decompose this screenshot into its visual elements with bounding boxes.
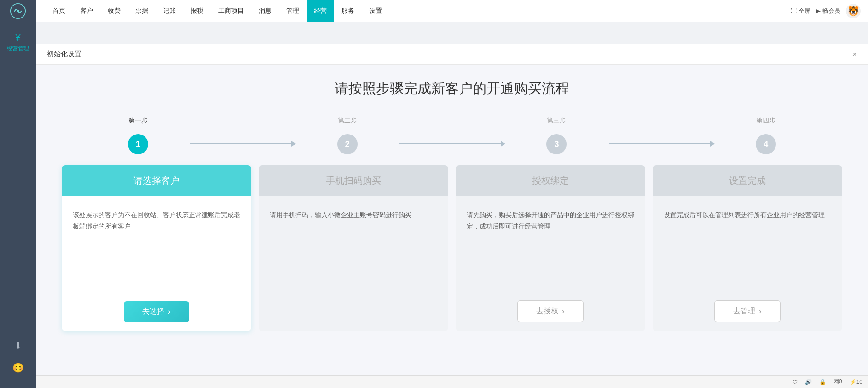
- fullscreen-icon: ⛶: [791, 7, 797, 14]
- status-right: 🛡 🔊 🔒 网0 ⚡10: [792, 378, 862, 386]
- user-avatar[interactable]: 🐯: [846, 4, 861, 18]
- step-card-3: 授权绑定 请先购买，购买后选择开通的产品中的企业用户进行授权绑定，成功后即可进行…: [456, 165, 645, 331]
- step-arrow-3: [609, 143, 713, 144]
- nav-accounting[interactable]: 记账: [156, 0, 183, 22]
- close-button[interactable]: ×: [852, 50, 857, 59]
- sidebar-download[interactable]: ⬇: [12, 335, 24, 357]
- nav-tax[interactable]: 报税: [183, 0, 211, 22]
- status-bar: ▶ 完成 🛡 🔊 🔒 网0 ⚡10: [0, 375, 868, 388]
- card1-header: 请选择客户: [62, 165, 251, 196]
- cards-row: 请选择客户 该处展示的客户为不在回收站、客户状态正常建账后完成老板端绑定的所有客…: [58, 165, 846, 331]
- step1-circle: 1: [128, 134, 148, 154]
- top-navigation: 首页 客户 收费 票据 记账 报税 工商项目 消息 管理 经营 服务 设置 ⛶ …: [0, 0, 868, 22]
- step1-label: 第一步: [128, 117, 148, 125]
- nav-service[interactable]: 服务: [334, 0, 362, 22]
- go-manage-button[interactable]: 去管理 ›: [714, 300, 781, 322]
- battery-icon: ⚡10: [850, 379, 862, 385]
- download-icon: ⬇: [14, 340, 22, 351]
- nav-manage[interactable]: 管理: [279, 0, 307, 22]
- btn4-arrow: ›: [759, 306, 762, 316]
- sidebar-item-operation[interactable]: ¥ 经营管理: [0, 27, 36, 58]
- main-heading: 请按照步骤完成新客户的开通购买流程: [58, 79, 846, 98]
- card2-footer: [259, 313, 448, 331]
- sidebar-support[interactable]: 😊: [12, 357, 24, 379]
- step2-label: 第二步: [338, 117, 357, 125]
- step-node-3: 第三步 3: [504, 117, 609, 154]
- go-auth-button[interactable]: 去授权 ›: [517, 300, 584, 322]
- step-card-1: 请选择客户 该处展示的客户为不在回收站、客户状态正常建账后完成老板端绑定的所有客…: [62, 165, 251, 331]
- card2-header: 手机扫码购买: [259, 165, 448, 196]
- step2-circle: 2: [337, 134, 358, 154]
- step4-label: 第四步: [756, 117, 775, 125]
- step-node-1: 第一步 1: [86, 117, 190, 154]
- nav-home[interactable]: 首页: [45, 0, 73, 22]
- step-card-4: 设置完成 设置完成后可以在管理列表进行所有企业用户的经营管理 去管理 ›: [653, 165, 842, 331]
- go-select-button[interactable]: 去选择 ›: [124, 301, 189, 322]
- page-header: 初始化设置 ×: [36, 44, 868, 65]
- btn3-arrow: ›: [562, 306, 565, 316]
- card4-footer: 去管理 ›: [653, 291, 842, 331]
- steps-indicator: 第一步 1 第二步 2 第三步 3: [58, 117, 846, 154]
- card3-footer: 去授权 ›: [456, 291, 645, 331]
- network-status: 网0: [833, 378, 842, 386]
- main-wrapper: 初始化设置 × 请按照步骤完成新客户的开通购买流程 第一步 1 第二步 2: [36, 44, 868, 388]
- nav-customer[interactable]: 客户: [73, 0, 100, 22]
- vip-button[interactable]: ▶ 畅会员: [816, 7, 840, 15]
- step-arrow-2: [399, 143, 504, 144]
- support-icon: 😊: [12, 362, 24, 373]
- step-arrow-2-head: [501, 141, 505, 147]
- step-arrow-1-head: [291, 141, 296, 147]
- card1-body: 该处展示的客户为不在回收站、客户状态正常建账后完成老板端绑定的所有客户: [62, 196, 251, 292]
- vip-icon: ▶: [816, 7, 821, 14]
- nav-message[interactable]: 消息: [251, 0, 279, 22]
- nav-bizitem[interactable]: 工商项目: [211, 0, 251, 22]
- step4-circle: 4: [756, 134, 776, 154]
- card1-footer: 去选择 ›: [62, 292, 251, 331]
- app-logo: [0, 0, 36, 22]
- svg-point-1: [17, 10, 19, 12]
- card3-body: 请先购买，购买后选择开通的产品中的企业用户进行授权绑定，成功后即可进行经营管理: [456, 196, 645, 291]
- card2-body: 请用手机扫码，输入小微企业主账号密码进行购买: [259, 196, 448, 313]
- shield-icon: 🛡: [792, 379, 798, 385]
- page-title: 初始化设置: [47, 50, 81, 59]
- nav-operation[interactable]: 经营: [307, 0, 334, 22]
- step-arrow-3-head: [710, 141, 715, 147]
- step-card-2: 手机扫码购买 请用手机扫码，输入小微企业主账号密码进行购买: [259, 165, 448, 331]
- card4-header: 设置完成: [653, 165, 842, 196]
- step3-label: 第三步: [547, 117, 566, 125]
- sidebar: ¥ 经营管理 ⬇ 😊: [0, 22, 36, 388]
- card4-body: 设置完成后可以在管理列表进行所有企业用户的经营管理: [653, 196, 842, 291]
- content-area: 请按照步骤完成新客户的开通购买流程 第一步 1 第二步 2: [36, 65, 868, 388]
- step-arrow-1: [190, 143, 295, 144]
- nav-fees[interactable]: 收费: [100, 0, 128, 22]
- btn1-arrow: ›: [168, 307, 171, 317]
- operation-icon: ¥: [15, 32, 20, 43]
- card3-header: 授权绑定: [456, 165, 645, 196]
- sidebar-bottom: ⬇ 😊: [12, 335, 24, 388]
- volume-icon: 🔊: [805, 379, 812, 385]
- fullscreen-button[interactable]: ⛶ 全屏: [791, 7, 810, 15]
- step-node-2: 第二步 2: [295, 117, 399, 154]
- lock-icon: 🔒: [819, 379, 826, 385]
- step3-circle: 3: [546, 134, 567, 154]
- nav-invoice[interactable]: 票据: [128, 0, 156, 22]
- nav-settings[interactable]: 设置: [362, 0, 389, 22]
- step-node-4: 第四步 4: [714, 117, 818, 154]
